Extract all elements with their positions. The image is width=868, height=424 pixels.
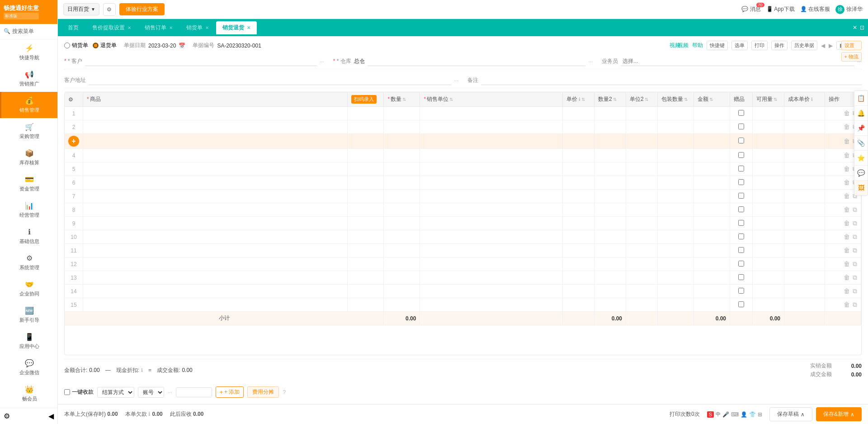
print-btn[interactable]: 打印 (751, 41, 768, 50)
salesperson-input[interactable] (621, 57, 854, 66)
sidebar-item-operations[interactable]: 📊 经营管理 (0, 197, 57, 223)
total-debt-info[interactable]: ℹ (148, 411, 151, 417)
cost-cell-2[interactable] (784, 120, 825, 134)
rt-item-favorite[interactable]: ⭐ (854, 151, 868, 166)
gift-checkbox-11[interactable] (738, 247, 744, 253)
delete-row-icon-12[interactable]: 🗑 (844, 260, 850, 268)
packqty-cell-5[interactable] (658, 162, 694, 176)
qty-cell-15[interactable] (384, 298, 420, 312)
th-settings[interactable]: ⚙ (65, 92, 83, 107)
input-zh-icon[interactable]: 中 (716, 411, 721, 418)
rt-item-doc[interactable]: 📋 (854, 91, 868, 106)
qty2-cell-1[interactable] (594, 107, 626, 120)
add-payment-btn[interactable]: + + 添加 (216, 386, 244, 398)
amount-cell-14[interactable] (694, 285, 730, 298)
available-cell-14[interactable] (753, 285, 784, 298)
note-input[interactable] (481, 76, 862, 85)
rt-item-image[interactable]: 🖼 (854, 181, 868, 195)
available-cell-2[interactable] (753, 120, 784, 134)
packqty-cell-1[interactable] (658, 107, 694, 120)
delete-row-icon-14[interactable]: 🗑 (844, 287, 850, 295)
app-download-btn[interactable]: 📱 App下载 (766, 5, 795, 13)
price-info-icon[interactable]: ℹ (579, 97, 580, 102)
cost-cell-1[interactable] (784, 107, 825, 120)
qty2-cell-5[interactable] (594, 162, 626, 176)
gift-cell-10[interactable] (730, 230, 753, 244)
unit-cell-4[interactable] (420, 149, 563, 162)
available-cell-15[interactable] (753, 298, 784, 312)
product-cell-13[interactable] (83, 271, 348, 285)
amount-cell-8[interactable] (694, 203, 730, 217)
packqty-cell-11[interactable] (658, 244, 694, 257)
product-cell-5[interactable] (83, 162, 348, 176)
gift-cell-14[interactable] (730, 285, 753, 298)
price-cell-1[interactable] (563, 107, 594, 120)
amount-cell-5[interactable] (694, 162, 730, 176)
unit2-cell-8[interactable] (626, 203, 658, 217)
customer-input[interactable] (85, 57, 317, 66)
qty-cell-5[interactable] (384, 162, 420, 176)
input-person-icon[interactable]: 👤 (741, 411, 747, 418)
qty-cell-6[interactable] (384, 176, 420, 190)
delete-row-icon-6[interactable]: 🗑 (844, 179, 850, 186)
qty2-cell-9[interactable] (594, 217, 626, 230)
tab-home[interactable]: 首页 (61, 21, 85, 34)
packqty-cell-9[interactable] (658, 217, 694, 230)
price-cell-9[interactable] (563, 217, 594, 230)
prev-icon[interactable]: ◀ (821, 43, 825, 49)
gift-checkbox-6[interactable] (738, 179, 744, 185)
amount-cell-11[interactable] (694, 244, 730, 257)
unit2-cell-12[interactable] (626, 257, 658, 271)
sort-qty2-icon[interactable]: ⇅ (613, 97, 617, 102)
amount-cell-13[interactable] (694, 271, 730, 285)
method-select[interactable]: 结算方式 (97, 387, 134, 398)
packqty-cell-15[interactable] (658, 298, 694, 312)
available-cell-1[interactable] (753, 107, 784, 120)
amount-cell-6[interactable] (694, 176, 730, 190)
address-dots[interactable]: ··· (454, 77, 458, 84)
delete-row-icon-1[interactable]: 🗑 (844, 110, 850, 117)
online-service-btn[interactable]: 👤 在线客服 (800, 5, 830, 13)
amount-cell-9[interactable] (694, 217, 730, 230)
tab-sales-return[interactable]: 销货退货 ✕ (216, 21, 257, 34)
delete-row-icon-2[interactable]: 🗑 (844, 123, 850, 131)
product-cell-9[interactable] (83, 217, 348, 230)
qty2-cell-13[interactable] (594, 271, 626, 285)
gift-cell-15[interactable] (730, 298, 753, 312)
settings-bottom-icon[interactable]: ⚙ (4, 412, 10, 420)
available-cell-6[interactable] (753, 176, 784, 190)
cost-cell-3[interactable] (784, 134, 825, 149)
delete-row-icon-9[interactable]: 🗑 (844, 219, 850, 227)
account-select[interactable]: 账号 (138, 387, 164, 398)
qty-cell-10[interactable] (384, 230, 420, 244)
sort-unit-icon[interactable]: ⇅ (449, 97, 453, 102)
unit-cell-10[interactable] (420, 230, 563, 244)
unit2-cell-6[interactable] (626, 176, 658, 190)
calendar-icon[interactable]: 📅 (179, 43, 185, 49)
product-cell-2[interactable] (83, 120, 348, 134)
input-extra-icon[interactable]: ⊞ (758, 411, 762, 418)
qty-cell-4[interactable] (384, 149, 420, 162)
gift-cell-12[interactable] (730, 257, 753, 271)
qty2-cell-14[interactable] (594, 285, 626, 298)
tab-sales-return-close[interactable]: ✕ (247, 25, 250, 30)
next-icon[interactable]: ▶ (829, 43, 833, 49)
gift-cell-1[interactable] (730, 107, 753, 120)
available-cell-5[interactable] (753, 162, 784, 176)
sidebar-item-quick-nav[interactable]: ⚡ 快捷导航 (0, 39, 57, 66)
user-menu[interactable]: 徐 徐泽华 (835, 5, 863, 14)
topbar-settings-btn[interactable]: ⚙ (103, 3, 116, 16)
product-cell-8[interactable] (83, 203, 348, 217)
gift-checkbox-1[interactable] (738, 110, 744, 116)
qty-cell-12[interactable] (384, 257, 420, 271)
sidebar-item-purchase[interactable]: 🛒 采购管理 (0, 118, 57, 144)
product-input-3[interactable] (87, 138, 344, 144)
gift-checkbox-5[interactable] (738, 166, 744, 172)
sidebar-search-item[interactable]: 🔍 搜索菜单 (0, 24, 57, 39)
tab-sales-order[interactable]: 销售订单 ✕ (138, 21, 179, 34)
cost-cell-5[interactable] (784, 162, 825, 176)
gift-checkbox-7[interactable] (738, 193, 744, 199)
gift-checkbox-4[interactable] (738, 152, 744, 158)
available-cell-11[interactable] (753, 244, 784, 257)
gift-cell-8[interactable] (730, 203, 753, 217)
